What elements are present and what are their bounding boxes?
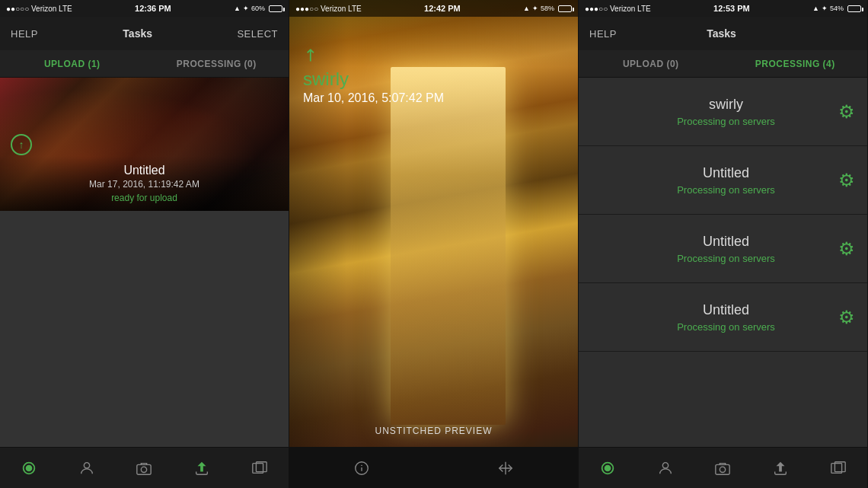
bottom-profile-icon-1[interactable] — [78, 460, 95, 477]
processing-item-1[interactable]: Untitled Processing on servers ⚙ — [579, 146, 867, 215]
time-2: 12:42 PM — [424, 4, 461, 13]
unstitched-label: UNSTITCHED PREVIEW — [289, 426, 578, 436]
battery-label-3: 54% — [830, 5, 844, 12]
bottom-record-icon-1[interactable] — [21, 460, 37, 477]
bottom-bar-2 — [289, 447, 578, 488]
proc-status-2: Processing on servers — [677, 253, 775, 264]
time-3: 12:53 PM — [713, 4, 750, 13]
bottom-upload-icon-1[interactable] — [193, 460, 210, 477]
help-button-3[interactable]: HELP — [589, 28, 617, 40]
signal-icon-3: ▲ — [812, 5, 819, 12]
tab-processing-1[interactable]: PROCESSING (0) — [145, 50, 289, 77]
proc-status-1: Processing on servers — [677, 184, 775, 196]
time-1: 12:36 PM — [135, 4, 171, 13]
bottom-upload-icon-3[interactable] — [772, 460, 789, 477]
bluetooth-icon-1: ✦ — [243, 5, 249, 12]
processing-item-0[interactable]: swirly Processing on servers ⚙ — [579, 78, 867, 146]
gear-icon-1[interactable]: ⚙ — [838, 170, 855, 191]
processing-item-3[interactable]: Untitled Processing on servers ⚙ — [579, 283, 867, 352]
select-button-1[interactable]: SELECT — [237, 28, 278, 40]
proc-status-0: Processing on servers — [677, 116, 775, 127]
bottom-gallery-icon-1[interactable] — [251, 460, 268, 477]
bottom-bar-1 — [0, 447, 289, 488]
phone-panel-2: ●●●○○ Verizon LTE 12:42 PM ▲ ✦ 58% ↗ swi… — [289, 0, 579, 488]
bluetooth-icon-3: ✦ — [822, 5, 828, 12]
svg-point-12 — [662, 462, 668, 467]
bottom-gallery-icon-3[interactable] — [830, 460, 847, 477]
battery-label-2: 58% — [541, 5, 554, 12]
processing-item-text-3: Untitled Processing on servers — [614, 302, 838, 333]
carrier-3: ●●●○○ Verizon LTE — [585, 5, 651, 13]
nav-bar-1: HELP Tasks SELECT — [0, 17, 289, 50]
proc-title-0: swirly — [709, 97, 743, 113]
bottom-info-icon[interactable] — [353, 460, 370, 477]
tab-bar-3: UPLOAD (0) PROCESSING (4) — [579, 50, 867, 78]
media-card-1[interactable]: ↑ Untitled Mar 17, 2016, 11:19:42 AM rea… — [0, 78, 289, 211]
processing-item-text-1: Untitled Processing on servers — [614, 165, 838, 196]
bottom-bar-3 — [579, 447, 867, 488]
gear-icon-0[interactable]: ⚙ — [838, 101, 855, 123]
upload-icon-1: ↑ — [11, 134, 32, 155]
processing-item-text-0: swirly Processing on servers — [614, 97, 838, 127]
proc-title-3: Untitled — [703, 302, 749, 318]
processing-item-text-2: Untitled Processing on servers — [614, 234, 838, 264]
media-title-1: Untitled — [123, 164, 164, 177]
bottom-profile-icon-3[interactable] — [657, 460, 674, 477]
processing-list: swirly Processing on servers ⚙ Untitled … — [579, 78, 867, 447]
bottom-camera-icon-3[interactable] — [714, 460, 731, 477]
media-card-info-1: Untitled Mar 17, 2016, 11:19:42 AM ready… — [0, 156, 289, 211]
bottom-record-icon-3[interactable] — [599, 460, 616, 477]
carrier-1: ●●○○○ Verizon LTE — [6, 5, 72, 13]
status-bar-1: ●●○○○ Verizon LTE 12:36 PM ▲ ✦ 60% — [0, 0, 289, 17]
gear-icon-2[interactable]: ⚙ — [838, 238, 855, 260]
bottom-move-icon[interactable] — [497, 460, 514, 477]
status-icons-2: ▲ ✦ 58% — [523, 5, 572, 12]
svg-rect-13 — [716, 464, 729, 474]
media-date-1: Mar 17, 2016, 11:19:42 AM — [89, 179, 199, 190]
proc-status-3: Processing on servers — [677, 321, 775, 333]
battery-bar-3 — [847, 5, 861, 12]
carrier-2: ●●●○○ Verizon LTE — [295, 5, 362, 13]
signal-icon-1: ▲ — [234, 5, 241, 12]
status-bar-3: ●●●○○ Verizon LTE 12:53 PM ▲ ✦ 54% — [579, 0, 867, 17]
proc-title-1: Untitled — [703, 165, 749, 181]
media-status-1: ready for upload — [111, 193, 177, 203]
svg-point-2 — [84, 462, 89, 467]
nav-bar-3: HELP Tasks — [579, 17, 867, 50]
photo-overlay: ↗ swirly Mar 10, 2016, 5:07:42 PM — [289, 23, 578, 105]
signal-icon-2: ▲ — [523, 5, 530, 12]
svg-point-14 — [720, 467, 726, 472]
svg-point-4 — [142, 467, 147, 472]
processing-item-2[interactable]: Untitled Processing on servers ⚙ — [579, 215, 867, 283]
phone-panel-1: ●●○○○ Verizon LTE 12:36 PM ▲ ✦ 60% HELP … — [0, 0, 289, 488]
tab-processing-3[interactable]: PROCESSING (4) — [723, 50, 868, 77]
status-icons-3: ▲ ✦ 54% — [812, 5, 861, 12]
battery-label-1: 60% — [251, 5, 265, 12]
svg-point-11 — [605, 465, 610, 470]
status-bar-2: ●●●○○ Verizon LTE 12:42 PM ▲ ✦ 58% — [289, 0, 578, 17]
bluetooth-icon-2: ✦ — [532, 5, 538, 12]
gear-icon-3[interactable]: ⚙ — [838, 307, 855, 328]
photo-date: Mar 10, 2016, 5:07:42 PM — [303, 91, 444, 105]
svg-rect-3 — [137, 464, 151, 474]
svg-point-1 — [26, 465, 31, 470]
status-icons-1: ▲ ✦ 60% — [234, 5, 282, 12]
content-area-1: ↑ Untitled Mar 17, 2016, 11:19:42 AM rea… — [0, 78, 289, 447]
nav-title-1: Tasks — [123, 27, 152, 40]
phone-panel-3: ●●●○○ Verizon LTE 12:53 PM ▲ ✦ 54% HELP … — [579, 0, 868, 488]
battery-bar-1 — [269, 5, 282, 12]
battery-bar-2 — [558, 5, 572, 12]
tab-bar-1: UPLOAD (1) PROCESSING (0) — [0, 50, 289, 78]
bottom-camera-icon-1[interactable] — [136, 460, 152, 477]
tab-upload-3[interactable]: UPLOAD (0) — [579, 50, 723, 77]
photo-name: swirly — [303, 69, 349, 90]
help-button-1[interactable]: HELP — [11, 28, 38, 40]
svg-point-9 — [361, 464, 362, 465]
back-arrow-icon[interactable]: ↗ — [298, 43, 321, 67]
tab-upload-1[interactable]: UPLOAD (1) — [0, 50, 145, 77]
nav-title-3: Tasks — [707, 27, 736, 40]
proc-title-2: Untitled — [703, 234, 749, 250]
